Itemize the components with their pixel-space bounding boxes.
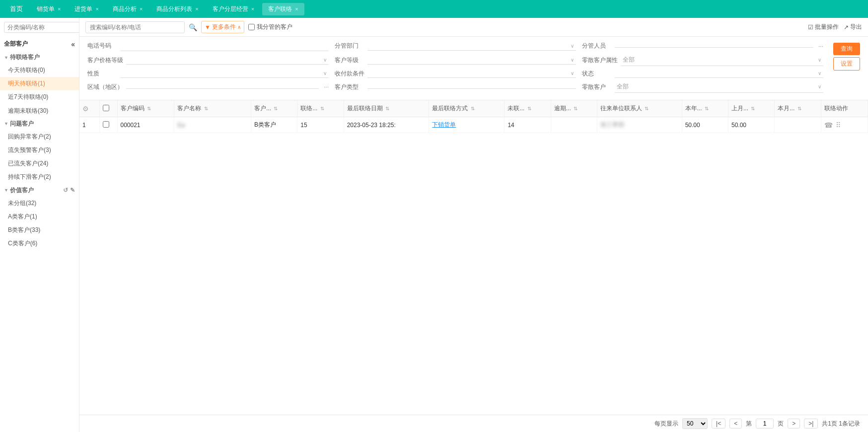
chevron-down-icon: ∨ [818, 84, 821, 89]
search-input[interactable] [85, 21, 185, 33]
checkbox-icon: ☑ [808, 24, 813, 31]
my-customers-checkbox-label[interactable]: 我分管的客户 [248, 23, 292, 31]
sidebar-group-problem[interactable]: ▼ 问题客户 [0, 118, 79, 130]
last-contact-method-link[interactable]: 下销货单 [432, 121, 456, 128]
close-icon[interactable]: × [58, 6, 61, 12]
first-page-button[interactable]: |< [712, 419, 725, 429]
sort-icon[interactable]: ⇅ [204, 106, 208, 111]
nature-select[interactable]: ∨ [120, 69, 329, 78]
sidebar-search-input[interactable] [4, 22, 79, 33]
th-checkbox [99, 100, 117, 117]
filter-panel: 电话号码 分管部门 ∨ 分管人员 [79, 37, 868, 100]
person-more-icon[interactable]: ··· [818, 43, 823, 50]
my-customers-checkbox[interactable] [248, 24, 255, 30]
arrow-icon: ▼ [4, 121, 8, 126]
sidebar-item-class-b[interactable]: B类客户(33) [0, 223, 79, 237]
per-page-select[interactable]: 50 100 200 [682, 418, 708, 429]
sort-icon[interactable]: ⇅ [705, 106, 709, 111]
person-select[interactable] [615, 44, 813, 48]
collapse-icon[interactable]: « [71, 40, 75, 48]
select-all-checkbox[interactable] [103, 105, 109, 111]
sidebar-group-pending[interactable]: ▼ 待联络客户 [0, 51, 79, 64]
chevron-down-icon: ∨ [571, 43, 574, 49]
sidebar-item-class-c[interactable]: C类客户(6) [0, 237, 79, 250]
sidebar-item-class-a[interactable]: A类客户(1) [0, 210, 79, 223]
filter-dept: 分管部门 ∨ [335, 42, 576, 51]
retail-customer-select[interactable]: 全部 ∨ [615, 81, 823, 93]
next-page-button[interactable]: > [788, 419, 800, 429]
sort-icon[interactable]: ⇅ [471, 106, 475, 111]
table-row: 1 000021 Ea B类客户 15 2023-05-23 18:25: 下销… [79, 117, 868, 133]
more-filters-button[interactable]: ▼ 更多条件 ∧ [201, 21, 244, 33]
prev-page-button[interactable]: < [729, 419, 742, 429]
sidebar-item-7day-contact[interactable]: 近7天待联络(0) [0, 90, 79, 104]
dept-select[interactable]: ∨ [367, 42, 576, 51]
status-select[interactable]: ∨ [615, 69, 823, 78]
last-page-button[interactable]: >| [804, 419, 818, 429]
nav-purchase-order[interactable]: 进货单 × [69, 3, 104, 15]
retail-attr-select[interactable]: 全部 ∨ [621, 54, 823, 66]
sidebar-item-today-contact[interactable]: 今天待联络(0) [0, 64, 79, 77]
sort-icon[interactable]: ⇅ [645, 106, 649, 111]
close-icon[interactable]: × [251, 6, 254, 12]
area-select[interactable] [126, 85, 319, 89]
td-this-year: 50.00 [682, 117, 728, 133]
toolbar-search-icon[interactable]: 🔍 [189, 23, 197, 31]
sidebar-item-overdue-contact[interactable]: 逾期未联络(30) [0, 104, 79, 118]
refresh-icon[interactable]: ↺ [63, 187, 68, 194]
settings-gear-icon[interactable]: ⚙ [82, 105, 89, 113]
nav-home[interactable]: 首页 [4, 2, 29, 15]
payment-select[interactable]: ∨ [367, 69, 576, 78]
td-name: Ea [174, 117, 251, 133]
data-table: ⚙ 客户编码 ⇅ 客户名称 ⇅ [79, 100, 868, 133]
sort-icon[interactable]: ⇅ [274, 106, 278, 111]
price-level-select[interactable]: ∨ [126, 56, 329, 65]
filter-row-3: 性质 ∨ 收付款条件 ∨ [87, 69, 823, 78]
sort-icon[interactable]: ⇅ [320, 106, 324, 111]
nav-product-analysis[interactable]: 商品分析 × [107, 3, 148, 15]
area-more-icon[interactable]: ··· [324, 83, 329, 90]
sort-icon[interactable]: ⇅ [527, 106, 531, 111]
query-button[interactable]: 查询 [833, 43, 860, 55]
row-checkbox[interactable] [103, 121, 109, 128]
setting-button[interactable]: 设置 [833, 57, 860, 71]
more-action-icon[interactable]: ⠿ [836, 121, 841, 129]
contact-action-icon[interactable]: ☎ [824, 121, 833, 129]
customer-level-select[interactable]: ∨ [367, 56, 576, 65]
export-button[interactable]: ↗ 导出 [844, 23, 862, 31]
nav-customer-tier[interactable]: 客户分层经营 × [207, 3, 260, 15]
sidebar-item-churn-warning[interactable]: 流失预警客户(3) [0, 144, 79, 157]
sort-icon[interactable]: ⇅ [751, 106, 755, 111]
sidebar-group-value[interactable]: ▼ 价值客户 ↺ ✎ [0, 184, 79, 197]
page-number-input[interactable] [756, 419, 774, 429]
close-icon[interactable]: × [140, 6, 143, 12]
sidebar-item-ungrouped[interactable]: 未分组(32) [0, 197, 79, 210]
filter-phone: 电话号码 [87, 41, 329, 51]
td-contact-person: 张三李四 [597, 117, 682, 133]
sort-icon[interactable]: ⇅ [797, 106, 801, 111]
nav-customer-contact[interactable]: 客户联络 × [262, 3, 304, 15]
close-icon[interactable]: × [195, 6, 198, 12]
sidebar-item-declining[interactable]: 持续下滑客户(2) [0, 170, 79, 184]
sidebar-item-abnormal-repurchase[interactable]: 回购异常客户(2) [0, 130, 79, 144]
batch-operation-button[interactable]: ☑ 批量操作 [808, 23, 839, 31]
contact-person-text: 张三李四 [600, 121, 624, 129]
top-navigation: 首页 销货单 × 进货单 × 商品分析 × 商品分析列表 × 客户分层经营 × … [0, 0, 868, 18]
td-checkbox [99, 117, 117, 133]
close-icon[interactable]: × [95, 6, 98, 12]
sidebar-item-tomorrow-contact[interactable]: 明天待联络(1) [0, 77, 79, 90]
close-icon[interactable]: × [295, 6, 298, 12]
nav-product-analysis-list[interactable]: 商品分析列表 × [150, 3, 204, 15]
sort-icon[interactable]: ⇅ [574, 106, 578, 111]
customer-type-select[interactable] [367, 85, 576, 89]
th-customer-name: 客户名称 ⇅ [174, 100, 251, 117]
edit-icon[interactable]: ✎ [70, 187, 75, 194]
sort-icon[interactable]: ⇅ [385, 106, 389, 111]
sort-icon[interactable]: ⇅ [147, 106, 151, 111]
toolbar: 🔍 ▼ 更多条件 ∧ 我分管的客户 ☑ 批量操作 ↗ 导出 [79, 18, 868, 37]
nav-sales-order[interactable]: 销货单 × [31, 3, 67, 15]
phone-input[interactable] [120, 41, 329, 51]
sidebar-item-churned[interactable]: 已流失客户(24) [0, 157, 79, 170]
sidebar-all-customers[interactable]: 全部客户 « [0, 37, 79, 51]
filter-actions: 查询 设置 [827, 41, 860, 96]
